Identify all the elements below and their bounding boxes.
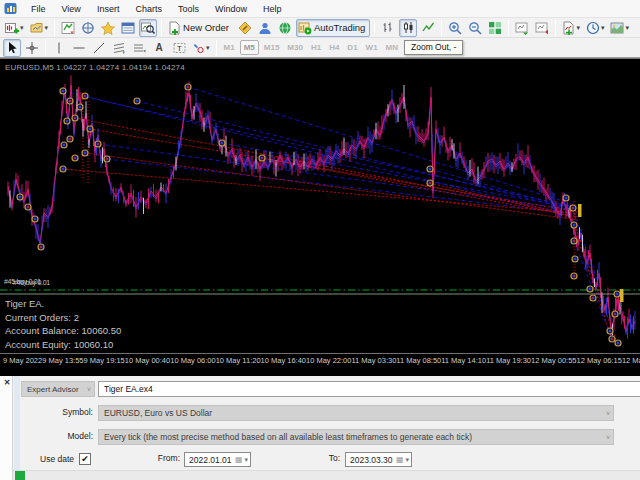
strategy-tester-button[interactable]	[139, 19, 157, 37]
menu-tools[interactable]: Tools	[170, 2, 207, 16]
navigator-button[interactable]	[99, 19, 117, 37]
timeframe-m5[interactable]: M5	[240, 40, 259, 55]
text-tool-button[interactable]: A	[150, 39, 168, 57]
zoom-out-button[interactable]	[466, 19, 484, 37]
symbol-combo[interactable]: EURUSD, Euro vs US Dollar ˅	[98, 405, 614, 421]
tester-splitter[interactable]	[14, 376, 20, 480]
cursor-tool-button[interactable]	[3, 39, 21, 57]
navigator-icon	[101, 21, 115, 35]
fibonacci-tool-button[interactable]: ғ	[110, 39, 128, 57]
chevron-down-icon[interactable]: ▾	[405, 456, 409, 464]
axis-tick-label: 11 May 14:10	[441, 356, 486, 368]
data-window-button[interactable]	[79, 19, 97, 37]
use-date-checkbox[interactable]: ✔	[79, 453, 91, 465]
trendline-icon	[93, 42, 105, 54]
axis-tick-label: 9 May 19:15	[83, 356, 124, 368]
templates-icon	[610, 21, 624, 35]
calendar-icon[interactable]: ▦	[396, 455, 404, 464]
timeframe-m15[interactable]: M15	[261, 41, 283, 54]
axis-tick-label: 10 May 00:40	[125, 356, 170, 368]
autotrading-button[interactable]: AutoTrading	[296, 19, 370, 37]
tester-panel-selector[interactable]: Expert Advisor ˅	[21, 381, 95, 397]
menu-insert[interactable]: Insert	[89, 2, 128, 16]
timeframe-d1[interactable]: D1	[344, 41, 360, 54]
auto-scroll-button[interactable]	[513, 19, 531, 37]
chart-ohlc-title: EURUSD,M5 1.04227 1.04274 1.04194 1.0427…	[5, 63, 185, 72]
templates-button[interactable]: ▾	[608, 19, 631, 37]
chevron-down-icon: ▾	[206, 44, 210, 52]
time-axis: 9 May 2022 9 May 13:55 9 May 19:15 10 Ma…	[0, 353, 640, 368]
metaeditor-button[interactable]	[236, 19, 254, 37]
menu-view[interactable]: View	[54, 2, 89, 16]
indicators-button[interactable]: ▾	[560, 19, 582, 37]
ea-account-equity: Account Equity: 10060.10	[5, 338, 121, 352]
expert-file-combo[interactable]: Tiger EA.ex4	[98, 381, 640, 397]
model-combo[interactable]: Every tick (the most precise method base…	[98, 429, 614, 445]
market-watch-button[interactable]	[59, 19, 77, 37]
periods-button[interactable]: ▾	[584, 19, 607, 37]
text-label-tool-button[interactable]: T	[170, 39, 188, 57]
timeframe-w1[interactable]: W1	[363, 41, 381, 54]
timeframe-h1[interactable]: H1	[308, 41, 324, 54]
axis-tick-label: 11 May 08:50	[396, 356, 441, 368]
from-date-field[interactable]: 2022.01.01 ▦ ▾	[184, 452, 251, 467]
timeframe-m30[interactable]: M30	[284, 41, 306, 54]
axis-tick-label: 9 May 2022	[3, 356, 42, 368]
symbol-label: Symbol:	[62, 407, 93, 417]
indicators-icon	[562, 21, 575, 35]
menu-file[interactable]: File	[23, 2, 54, 16]
calendar-icon[interactable]: ▦	[235, 455, 243, 464]
checkmark-icon: ✔	[81, 454, 89, 464]
menu-charts[interactable]: Charts	[127, 2, 170, 16]
connection-globe-icon	[278, 21, 292, 35]
chart-shift-button[interactable]	[533, 19, 551, 37]
terminal-button[interactable]	[119, 19, 137, 37]
connection-button[interactable]	[276, 19, 294, 37]
line-chart-mode-button[interactable]	[419, 19, 437, 37]
chevron-down-icon: ˅	[87, 386, 91, 393]
timeframe-h4[interactable]: H4	[326, 41, 342, 54]
ea-current-orders: Current Orders: 2	[5, 311, 121, 325]
fibonacci-icon: ғ	[113, 42, 126, 54]
separator	[508, 20, 509, 36]
new-order-button[interactable]: New Order	[166, 19, 234, 37]
expert-file-value: Tiger EA.ex4	[104, 384, 153, 394]
crosshair-tool-button[interactable]	[23, 39, 41, 57]
arrows-tool-button[interactable]: ▾	[190, 39, 212, 57]
close-icon[interactable]: ✕	[2, 378, 12, 388]
bar-chart-mode-button[interactable]	[379, 19, 397, 37]
axis-tick-label: 10 May 06:00	[170, 356, 215, 368]
clock-icon	[586, 21, 600, 35]
menu-window[interactable]: Window	[207, 2, 255, 16]
candlestick-mode-button[interactable]	[399, 19, 417, 37]
chevron-down-icon: ˅	[606, 410, 610, 417]
channel-icon	[133, 42, 146, 54]
trendline-tool-button[interactable]	[90, 39, 108, 57]
tile-windows-button[interactable]	[486, 19, 504, 37]
tester-progress-strip	[13, 470, 640, 480]
channel-tool-button[interactable]	[130, 39, 148, 57]
separator	[54, 20, 55, 36]
timeframe-m1[interactable]: M1	[221, 41, 238, 54]
profiles-button[interactable]: ▾	[28, 19, 51, 37]
from-date-value: 2022.01.01	[189, 455, 232, 465]
use-date-label: Use date	[40, 454, 74, 464]
new-chart-button[interactable]: ▾	[3, 19, 26, 37]
chart-shift-icon	[535, 21, 549, 35]
terminal-icon	[121, 21, 135, 35]
new-chart-icon	[5, 21, 19, 35]
zoom-in-icon	[448, 21, 462, 35]
separator	[441, 20, 442, 36]
chevron-down-icon: ▾	[625, 24, 629, 32]
zoom-in-button[interactable]	[446, 19, 464, 37]
menu-help[interactable]: Help	[255, 2, 290, 16]
axis-tick-label: 11 May 03:30	[351, 356, 396, 368]
timeframe-mn[interactable]: MN	[383, 41, 401, 54]
model-value: Every tick (the most precise method base…	[104, 432, 472, 442]
horizontal-line-tool-button[interactable]	[70, 39, 88, 57]
vertical-line-tool-button[interactable]	[50, 39, 68, 57]
community-button[interactable]	[256, 19, 274, 37]
strategy-tester-icon	[141, 21, 155, 35]
to-date-field[interactable]: 2023.03.30 ▦ ▾	[345, 452, 412, 467]
chevron-down-icon[interactable]: ▾	[244, 456, 248, 464]
